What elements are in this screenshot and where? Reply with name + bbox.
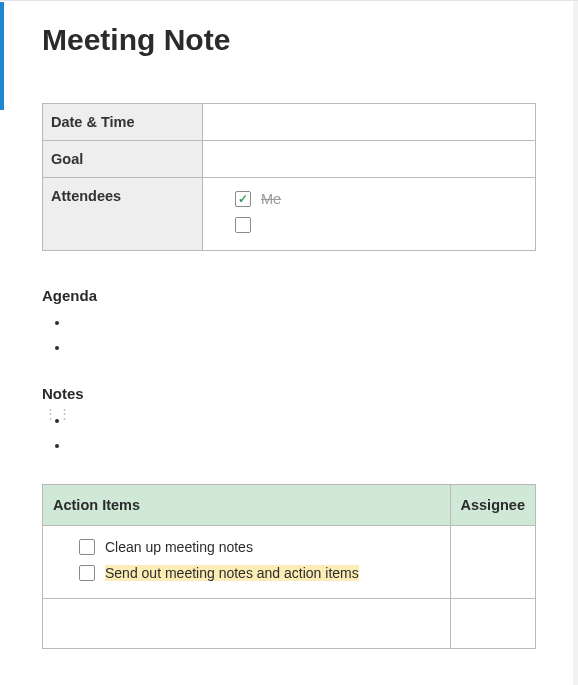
action-items-table: Action Items Assignee Clean up meeting n… xyxy=(42,484,536,649)
assignee-cell[interactable] xyxy=(450,525,535,598)
attendee-row xyxy=(235,214,527,236)
meta-label-attendees: Attendees xyxy=(43,178,203,251)
attendee-label[interactable]: Me xyxy=(261,191,281,207)
action-items-cell[interactable]: Clean up meeting notes Send out meeting … xyxy=(43,525,451,598)
action-row: Clean up meeting notes xyxy=(79,536,440,558)
notes-list[interactable] xyxy=(42,408,536,457)
action-row: Send out meeting notes and action items xyxy=(79,562,440,584)
agenda-heading[interactable]: Agenda xyxy=(42,287,536,304)
drag-handle-icon[interactable]: ⋮⋮ xyxy=(44,411,72,417)
meta-value-datetime[interactable] xyxy=(203,104,536,141)
meta-value-goal[interactable] xyxy=(203,141,536,178)
assignee-cell[interactable] xyxy=(450,598,535,648)
action-checkbox[interactable] xyxy=(79,565,95,581)
meta-label-datetime: Date & Time xyxy=(43,104,203,141)
action-label[interactable]: Clean up meeting notes xyxy=(105,539,253,555)
list-item[interactable] xyxy=(70,408,536,433)
list-item[interactable] xyxy=(70,335,536,360)
meeting-meta-table: Date & Time Goal Attendees Me xyxy=(42,103,536,251)
attendee-checkbox[interactable] xyxy=(235,191,251,207)
document-content: Meeting Note Date & Time Goal Attendees xyxy=(0,1,578,649)
list-item[interactable] xyxy=(70,310,536,335)
action-header-assignee: Assignee xyxy=(450,484,535,525)
page-title[interactable]: Meeting Note xyxy=(42,23,536,57)
notes-heading[interactable]: Notes xyxy=(42,385,536,402)
action-checkbox[interactable] xyxy=(79,539,95,555)
action-header-items: Action Items xyxy=(43,484,451,525)
scrollbar-track[interactable] xyxy=(573,1,578,685)
list-item[interactable] xyxy=(70,433,536,458)
agenda-list[interactable] xyxy=(42,310,536,359)
left-scroll-accent xyxy=(0,2,4,110)
meta-value-attendees[interactable]: Me xyxy=(203,178,536,251)
meta-label-goal: Goal xyxy=(43,141,203,178)
attendee-row: Me xyxy=(235,188,527,210)
attendee-checkbox[interactable] xyxy=(235,217,251,233)
action-label[interactable]: Send out meeting notes and action items xyxy=(105,565,359,581)
action-items-cell[interactable] xyxy=(43,598,451,648)
